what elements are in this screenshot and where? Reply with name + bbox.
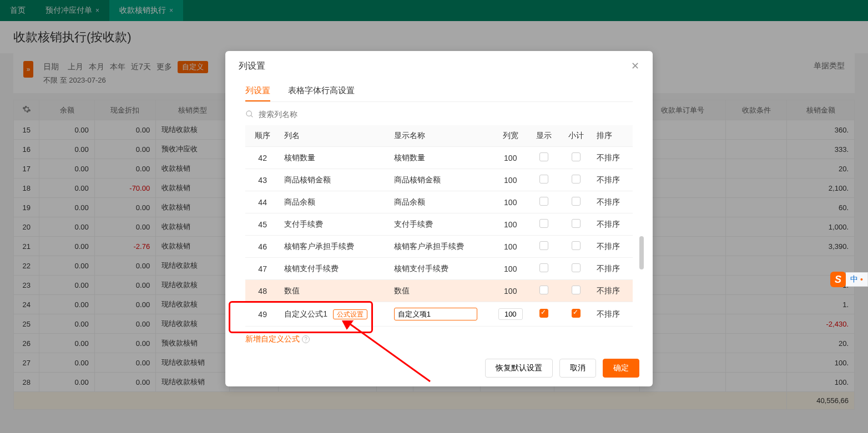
col-width: 100	[493, 147, 528, 169]
columns-table: 顺序 列名 显示名称 列宽 显示 小计 排序 42核销数量核销数量100不排序4…	[245, 125, 633, 327]
column-settings-modal: 列设置 ✕ 列设置 表格字体行高设置 顺序 列名 显示名称 列宽 显示 小计 排…	[225, 51, 653, 386]
reset-defaults-button[interactable]: 恢复默认设置	[485, 359, 553, 378]
column-row: 46核销客户承担手续费核销客户承担手续费100不排序	[245, 236, 633, 258]
col-width: 100	[493, 169, 528, 191]
modal-tabs: 列设置 表格字体行高设置	[245, 81, 633, 102]
column-row: 43商品核销金额商品核销金额100不排序	[245, 169, 633, 191]
col-display-name: 核销客户承担手续费	[390, 236, 493, 258]
col-seq: 顺序	[245, 125, 280, 147]
col-show-header: 显示	[528, 125, 560, 147]
col-display-name	[390, 302, 493, 327]
col-sort[interactable]: 不排序	[592, 169, 633, 191]
col-name: 商品核销金额	[280, 169, 389, 191]
subtotal-checkbox[interactable]	[572, 197, 581, 206]
show-checkbox[interactable]	[539, 175, 548, 184]
col-name: 核销客户承担手续费	[280, 236, 389, 258]
show-checkbox[interactable]	[539, 286, 548, 294]
subtotal-checkbox[interactable]	[572, 152, 581, 161]
show-checkbox[interactable]	[539, 197, 548, 206]
col-width-input[interactable]	[498, 308, 523, 320]
col-display-name: 支付手续费	[390, 213, 493, 236]
display-name-input[interactable]	[394, 308, 477, 320]
cancel-button[interactable]: 取消	[559, 359, 596, 378]
column-row: 49自定义公式1 公式设置不排序	[245, 302, 633, 327]
col-name-header: 列名	[280, 125, 389, 147]
show-checkbox[interactable]	[539, 263, 548, 272]
col-sort[interactable]: 不排序	[592, 302, 633, 327]
col-width-header: 列宽	[493, 125, 528, 147]
subtotal-checkbox[interactable]	[572, 219, 581, 228]
col-sort[interactable]: 不排序	[592, 147, 633, 169]
add-custom-formula-link[interactable]: 新增自定义公式 ?	[245, 334, 310, 344]
col-seq: 46	[245, 236, 280, 258]
svg-point-0	[246, 111, 251, 116]
col-sort[interactable]: 不排序	[592, 191, 633, 213]
subtotal-checkbox[interactable]	[572, 286, 581, 294]
modal-title: 列设置	[239, 60, 265, 72]
column-row: 44商品余额商品余额100不排序	[245, 191, 633, 213]
col-name: 商品余额	[280, 191, 389, 213]
col-seq: 43	[245, 169, 280, 191]
col-sort-header: 排序	[592, 125, 633, 147]
show-checkbox[interactable]	[539, 241, 548, 250]
ime-text: 中	[850, 274, 858, 284]
col-width	[493, 302, 528, 327]
col-subtotal-header: 小计	[560, 125, 592, 147]
col-display-name: 商品余额	[390, 191, 493, 213]
col-seq: 47	[245, 258, 280, 280]
show-checkbox[interactable]	[539, 219, 548, 228]
search-input[interactable]	[259, 110, 633, 119]
col-sort[interactable]: 不排序	[592, 213, 633, 236]
help-icon[interactable]: ?	[302, 335, 310, 343]
col-name: 自定义公式1 公式设置	[280, 302, 389, 327]
tab-font-row-settings[interactable]: 表格字体行高设置	[288, 81, 355, 101]
col-width: 100	[493, 213, 528, 236]
subtotal-checkbox[interactable]	[572, 241, 581, 250]
search-icon	[245, 110, 254, 119]
subtotal-checkbox[interactable]	[572, 175, 581, 184]
column-row: 45支付手续费支付手续费100不排序	[245, 213, 633, 236]
ime-indicator: S 中•	[830, 272, 868, 287]
col-width: 100	[493, 236, 528, 258]
show-checkbox[interactable]	[539, 309, 548, 318]
col-display-name-header: 显示名称	[390, 125, 493, 147]
confirm-button[interactable]: 确定	[603, 359, 639, 378]
col-display-name: 核销数量	[390, 147, 493, 169]
scrollbar-thumb[interactable]	[639, 236, 644, 269]
formula-settings-button[interactable]: 公式设置	[333, 309, 367, 319]
tab-column-settings[interactable]: 列设置	[245, 81, 270, 101]
subtotal-checkbox[interactable]	[572, 309, 581, 318]
col-seq: 45	[245, 213, 280, 236]
col-sort[interactable]: 不排序	[592, 258, 633, 280]
ime-logo-icon: S	[830, 272, 846, 287]
col-width: 100	[493, 280, 528, 302]
col-sort[interactable]: 不排序	[592, 280, 633, 302]
column-row: 42核销数量核销数量100不排序	[245, 147, 633, 169]
col-name: 核销支付手续费	[280, 258, 389, 280]
col-sort[interactable]: 不排序	[592, 236, 633, 258]
col-width: 100	[493, 191, 528, 213]
modal-close-button[interactable]: ✕	[631, 60, 639, 72]
column-row: 47核销支付手续费核销支付手续费100不排序	[245, 258, 633, 280]
col-name: 核销数量	[280, 147, 389, 169]
col-name: 支付手续费	[280, 213, 389, 236]
col-display-name: 商品核销金额	[390, 169, 493, 191]
search-column	[245, 110, 633, 119]
col-seq: 44	[245, 191, 280, 213]
column-row: 48数值数值100不排序	[245, 280, 633, 302]
svg-line-1	[251, 115, 253, 117]
col-width: 100	[493, 258, 528, 280]
col-seq: 48	[245, 280, 280, 302]
subtotal-checkbox[interactable]	[572, 263, 581, 272]
show-checkbox[interactable]	[539, 152, 548, 161]
col-display-name: 数值	[390, 280, 493, 302]
col-seq: 49	[245, 302, 280, 327]
col-seq: 42	[245, 147, 280, 169]
col-name: 数值	[280, 280, 389, 302]
col-display-name: 核销支付手续费	[390, 258, 493, 280]
